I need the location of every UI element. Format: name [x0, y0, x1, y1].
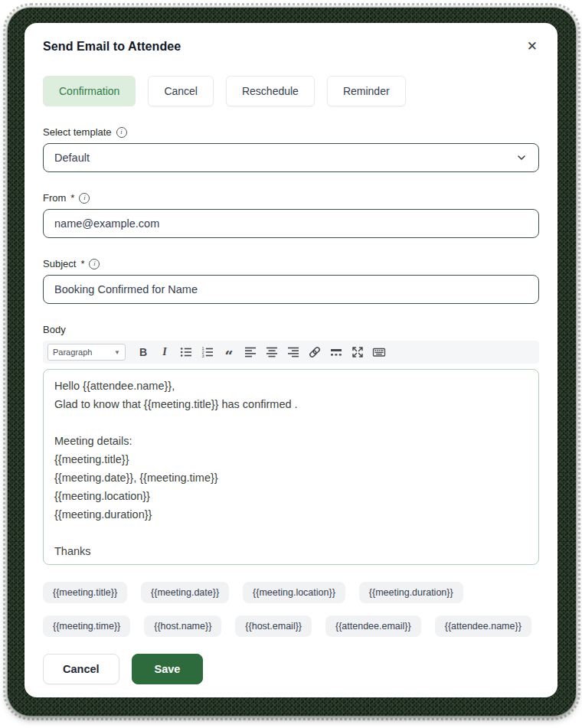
- editor-line: Glad to know that {{meeting.title}} has …: [54, 395, 528, 413]
- from-input[interactable]: [43, 209, 539, 238]
- editor-line: [54, 413, 528, 432]
- close-icon[interactable]: ✕: [525, 35, 539, 57]
- horizontal-rule-icon[interactable]: [326, 343, 346, 361]
- align-center-icon[interactable]: [262, 343, 282, 361]
- subject-label: Subject * i: [43, 258, 539, 269]
- svg-text:3: 3: [201, 354, 204, 358]
- info-icon: i: [116, 127, 127, 138]
- info-icon: i: [89, 259, 100, 269]
- modal-footer: Cancel Save: [43, 654, 539, 684]
- variable-chip-meeting-location[interactable]: {{meeting.location}}: [243, 582, 345, 603]
- editor-line: {{meeting.duration}}: [54, 505, 528, 524]
- variable-chip-meeting-time[interactable]: {{meeting.time}}: [43, 615, 130, 637]
- caret-down-icon: ▼: [114, 349, 120, 356]
- editor-line: {{meeting.location}}: [54, 487, 528, 505]
- send-email-modal: Send Email to Attendee ✕ Confirmation Ca…: [25, 23, 557, 697]
- variable-chips-row-1: {{meeting.title}} {{meeting.date}} {{mee…: [43, 582, 539, 603]
- email-type-tabs: Confirmation Cancel Reschedule Reminder: [43, 76, 539, 106]
- editor-line: Meeting details:: [54, 432, 528, 450]
- align-right-icon[interactable]: [283, 343, 303, 361]
- template-select[interactable]: Default: [43, 143, 539, 172]
- editor-line: {{meeting.date}}, {{meeting.time}}: [54, 468, 528, 487]
- from-label: From * i: [43, 192, 539, 204]
- body-editor[interactable]: Hello {{attendee.name}}, Glad to know th…: [43, 369, 539, 565]
- tab-reschedule[interactable]: Reschedule: [226, 76, 315, 106]
- tab-cancel[interactable]: Cancel: [148, 76, 214, 106]
- from-field-group: From * i: [43, 192, 539, 238]
- variable-chip-host-email[interactable]: {{host.email}}: [235, 615, 312, 637]
- editor-line: {{meeting.title}}: [54, 450, 528, 468]
- editor-line: [54, 524, 528, 542]
- chevron-down-icon: [515, 152, 528, 164]
- save-button[interactable]: Save: [132, 654, 204, 684]
- editor-line: Hello {{attendee.name}},: [54, 377, 528, 395]
- subject-input[interactable]: [43, 275, 539, 304]
- cancel-button[interactable]: Cancel: [43, 654, 119, 684]
- unordered-list-icon[interactable]: [176, 343, 196, 361]
- blockquote-icon[interactable]: “: [219, 343, 239, 361]
- variable-chip-attendee-name[interactable]: {{attendee.name}}: [435, 615, 531, 637]
- variable-chips-row-2: {{meeting.time}} {{host.name}} {{host.em…: [43, 615, 539, 637]
- variable-chip-host-name[interactable]: {{host.name}}: [144, 615, 221, 637]
- fullscreen-icon[interactable]: [348, 343, 368, 361]
- bold-button[interactable]: B: [133, 343, 153, 361]
- template-label: Select template i: [43, 126, 539, 138]
- body-field-group: Body Paragraph ▼ B I 123 “: [43, 324, 539, 565]
- subject-field-group: Subject * i: [43, 258, 539, 304]
- keyboard-icon[interactable]: [369, 343, 389, 361]
- link-icon[interactable]: [305, 343, 325, 361]
- variable-chip-meeting-title[interactable]: {{meeting.title}}: [43, 582, 127, 603]
- variable-chip-meeting-date[interactable]: {{meeting.date}}: [141, 582, 229, 603]
- variable-chip-meeting-duration[interactable]: {{meeting.duration}}: [359, 582, 463, 603]
- editor-line: Thanks: [54, 542, 528, 560]
- paragraph-select[interactable]: Paragraph ▼: [47, 344, 126, 361]
- body-label: Body: [43, 324, 539, 335]
- info-icon: i: [79, 193, 90, 204]
- tab-confirmation[interactable]: Confirmation: [43, 76, 136, 106]
- modal-header: Send Email to Attendee ✕: [43, 35, 539, 57]
- ordered-list-icon[interactable]: 123: [198, 343, 217, 361]
- page: Send Email to Attendee ✕ Confirmation Ca…: [0, 0, 582, 728]
- italic-button[interactable]: I: [155, 343, 175, 361]
- editor-toolbar: Paragraph ▼ B I 123 “: [43, 341, 539, 364]
- tab-reminder[interactable]: Reminder: [327, 76, 406, 106]
- modal-title: Send Email to Attendee: [43, 35, 181, 54]
- template-field-group: Select template i Default: [43, 126, 539, 172]
- template-select-value: Default: [54, 152, 90, 164]
- align-left-icon[interactable]: [240, 343, 260, 361]
- variable-chip-attendee-email[interactable]: {{attendee.email}}: [325, 615, 421, 637]
